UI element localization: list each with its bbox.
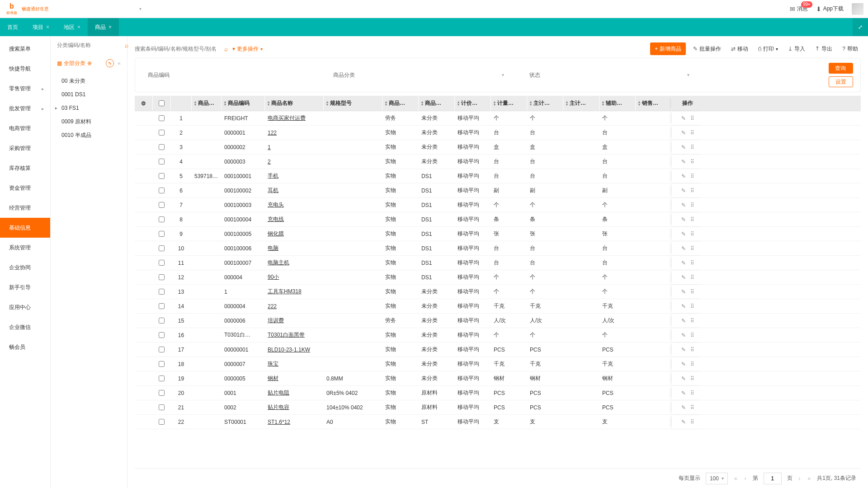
sidebar-item[interactable]: 快捷导航 [0,59,50,79]
tab-地区[interactable]: 地区× [57,18,88,36]
cell-name[interactable]: 电商买家付运费 [265,111,324,125]
sidebar-item[interactable]: 系统管理 [0,238,50,258]
cell-name[interactable]: 90小 [265,270,324,284]
row-checkbox[interactable] [159,347,165,352]
sort-icon[interactable]: ▴▾ [566,101,568,106]
table-body[interactable]: 1FREIGHT电商买家付运费劳务未分类移动平均个个个✎⠿20000001122… [135,111,861,468]
cell-name[interactable]: 充电头 [265,198,324,212]
cell-name[interactable]: 珠宝 [265,357,324,371]
row-checkbox[interactable] [159,115,165,121]
more-row-icon[interactable]: ⠿ [690,231,694,237]
sidebar-item[interactable]: 电商管理 [0,118,50,138]
more-row-icon[interactable]: ⠿ [690,245,694,252]
cell-name[interactable]: 充电线 [265,212,324,226]
row-checkbox[interactable] [159,361,165,367]
tree-caret-icon[interactable]: ▸ [55,106,57,110]
edit-row-icon[interactable]: ✎ [681,130,686,136]
sidebar-item[interactable]: 资金管理 [0,178,50,198]
row-checkbox[interactable] [159,216,165,222]
filter-code-input[interactable] [174,69,319,81]
search-icon[interactable]: ⌕ [224,45,228,52]
cell-name[interactable]: 培训费 [265,314,324,328]
edit-row-icon[interactable]: ✎ [681,318,686,324]
cell-name[interactable]: 1 [265,140,324,154]
fullscreen-button[interactable]: ⤢ [853,18,868,36]
edit-row-icon[interactable]: ✎ [681,245,686,252]
cell-name[interactable]: 钢化膜 [265,227,324,241]
row-checkbox[interactable] [159,159,165,164]
cell-name[interactable]: 贴片电阻 [265,386,324,400]
sidebar-item[interactable]: 基础信息 [0,218,50,238]
sidebar-item[interactable]: 采购管理 [0,138,50,158]
more-row-icon[interactable]: ⠿ [690,419,694,425]
edit-row-icon[interactable]: ✎ [681,202,686,208]
tab-商品[interactable]: 商品× [88,18,119,36]
more-filter-button[interactable]: ▾ 更多操作 ▾ [232,45,263,53]
sort-icon[interactable]: ▴▾ [421,101,423,106]
more-row-icon[interactable]: ⠿ [690,202,694,208]
row-checkbox[interactable] [159,274,165,280]
row-checkbox[interactable] [159,419,165,425]
more-row-icon[interactable]: ⠿ [690,332,694,338]
query-button[interactable]: 查询 [829,63,853,74]
more-row-icon[interactable]: ⠿ [690,361,694,367]
sort-icon[interactable]: ▴▾ [194,101,196,106]
row-checkbox[interactable] [159,245,165,251]
cell-name[interactable]: 钢材 [265,371,324,385]
import-button[interactable]: ⤓导入 [785,42,808,55]
new-product-button[interactable]: + 新增商品 [650,42,686,55]
edit-row-icon[interactable]: ✎ [681,216,686,223]
move-button[interactable]: ⇄移动 [728,42,751,55]
product-search-input[interactable] [135,46,221,52]
help-button[interactable]: ?帮助 [840,42,861,55]
sidebar-item[interactable]: 企业微信 [0,317,50,337]
row-checkbox[interactable] [159,318,165,324]
sort-icon[interactable]: ▴▾ [268,101,269,106]
cell-name[interactable]: 耳机 [265,183,324,197]
cell-name[interactable]: 贴片电容 [265,400,324,414]
cell-name[interactable]: 2 [265,155,324,169]
more-row-icon[interactable]: ⠿ [690,375,694,382]
edit-row-icon[interactable]: ✎ [681,274,686,281]
category-item[interactable]: 0009 原材料 [61,115,127,128]
export-button[interactable]: ⤒导出 [812,42,835,55]
row-checkbox[interactable] [159,260,165,266]
filter-settings-button[interactable]: 设置 [829,76,853,87]
edit-row-icon[interactable]: ✎ [681,289,686,295]
cell-name[interactable]: 手机 [265,169,324,183]
edit-row-icon[interactable]: ✎ [681,144,686,150]
category-root[interactable]: ▦ 全部分类 ⊕ ✎ « [51,54,127,72]
sidebar-item[interactable]: 新手引导 [0,277,50,297]
first-page-button[interactable]: « [733,475,738,482]
edit-row-icon[interactable]: ✎ [681,115,686,122]
next-page-button[interactable]: › [798,475,802,482]
edit-row-icon[interactable]: ✎ [681,361,686,367]
sidebar-item[interactable]: 批发管理▸ [0,99,50,118]
more-row-icon[interactable]: ⠿ [690,390,694,396]
sort-icon[interactable]: ▴▾ [224,101,226,106]
bulk-ops-button[interactable]: ✎批量操作 [690,42,724,55]
cell-name[interactable]: 122 [265,126,324,140]
collapse-panel-icon[interactable]: « [118,60,121,66]
category-item[interactable]: 0010 半成品 [61,128,127,142]
sidebar-item[interactable]: 经营管理 [0,198,50,218]
prev-page-button[interactable]: ‹ [744,475,747,482]
sort-icon[interactable]: ▴▾ [494,101,495,106]
cell-name[interactable]: 电脑主机 [265,256,324,270]
more-row-icon[interactable]: ⠿ [690,274,694,281]
tab-项目[interactable]: 项目× [25,18,57,36]
edit-row-icon[interactable]: ✎ [681,390,686,396]
category-item[interactable]: ▸03 FS1 [61,101,127,115]
filter-status-select[interactable]: ▾ [545,69,689,81]
sidebar-item[interactable]: 应用中心 [0,297,50,317]
per-page-select[interactable]: 100 ▾ [706,473,728,484]
edit-row-icon[interactable]: ✎ [681,260,686,266]
cell-name[interactable]: 工具车HM318 [265,285,324,299]
sort-icon[interactable]: ▴▾ [638,101,640,106]
row-checkbox[interactable] [159,231,165,237]
cell-name[interactable]: 222 [265,299,324,313]
sort-icon[interactable]: ▴▾ [458,101,459,106]
more-row-icon[interactable]: ⠿ [690,318,694,324]
row-checkbox[interactable] [159,390,165,396]
edit-row-icon[interactable]: ✎ [681,173,686,179]
